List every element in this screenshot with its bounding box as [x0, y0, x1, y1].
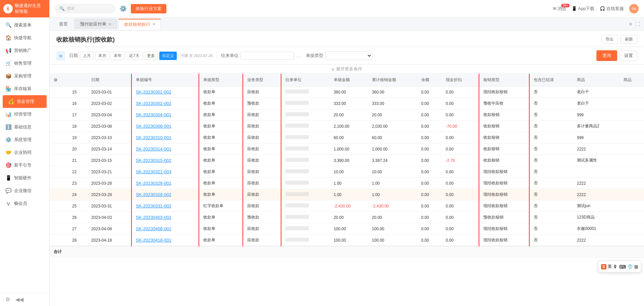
doc-no-link[interactable]: SK-20230403-002 [136, 215, 171, 220]
filter-toggle-button[interactable]: » [56, 51, 65, 61]
user-avatar[interactable]: Rit [629, 4, 639, 13]
date-btn-this-year[interactable]: 本年 [111, 52, 125, 60]
table-row[interactable]: 23 2023-03-28 SK-20230328-001 收款单 应收款 1.… [50, 178, 644, 189]
cell-settings [50, 200, 68, 212]
message-count: 99+ [561, 4, 570, 7]
cell-goods2 [620, 86, 644, 98]
col-amount: 单据金额 [330, 74, 368, 86]
doc-type-select[interactable] [325, 51, 372, 60]
cell-discount: 0.00 [442, 109, 479, 121]
date-btn-last-month[interactable]: 上月 [80, 52, 94, 60]
table-row[interactable]: 15 2023-03-01 SK-20230301-002 收款单 应收款 36… [50, 86, 644, 98]
tab-collection[interactable]: 收款核销执行✕ [118, 19, 161, 29]
sidebar-item-search[interactable]: 🔍搜索菜单 [0, 19, 49, 32]
table-row[interactable]: 20 2023-03-14 SK-20230314-001 收款单 应收款 1,… [50, 143, 644, 155]
date-btn-more[interactable]: 更多 [144, 52, 158, 60]
table-row[interactable]: 25 2023-03-31 SK-20230331-002 红字收款单 应收款 … [50, 200, 644, 212]
settings-gear-icon[interactable]: ⚙️ [119, 5, 127, 12]
table-row[interactable]: 27 2023-04-08 SK-20230408-001 收款单 应收款 10… [50, 223, 644, 235]
cell-goods: 老白干 [573, 98, 620, 109]
topbar-search[interactable]: 🔍 搜索 [55, 4, 115, 13]
settings-icon[interactable]: ⚙ [5, 296, 10, 303]
cell-settings [50, 132, 68, 143]
table-row[interactable]: 21 2023-03-15 SK-20230315-002 收款单 应收款 3,… [50, 155, 644, 166]
doc-no-link[interactable]: SK-20230301-002 [136, 89, 171, 95]
sidebar-item-basic[interactable]: ℹ️基础信息 [0, 121, 49, 133]
col-settings[interactable]: ⚙ [50, 74, 68, 86]
table-row[interactable]: 16 2023-03-02 SK-20230302-002 收款单 预收款 33… [50, 98, 644, 109]
cell-cancel-type: 现结收款核销 [479, 166, 529, 178]
table-row[interactable]: 28 2023-04-18 SK-20230418-001 收款单 应收款 10… [50, 235, 644, 246]
sidebar-item-hardware[interactable]: 📱智能硬件 [0, 172, 49, 184]
tab-close-collection[interactable]: ✕ [152, 22, 155, 26]
keyboard-icon[interactable]: ⌨ [619, 264, 626, 269]
doc-no-link[interactable]: SK-20230321-003 [136, 169, 171, 174]
sidebar-item-member[interactable]: V畅会员 [0, 197, 49, 210]
message-icon: ✉ [553, 6, 556, 11]
doc-no-link[interactable]: SK-20230328-002 [136, 192, 171, 197]
maximize-icon[interactable]: ⛶ [635, 21, 640, 27]
tab-close-advance[interactable]: ✕ [108, 22, 111, 26]
doc-type-filter-group: 单据类型 [306, 51, 372, 60]
shirt-icon[interactable]: 👕 [627, 264, 633, 269]
cell-num: 17 [68, 109, 87, 121]
table-row[interactable]: 22 2023-03-21 SK-20230321-003 收款单 应收款 10… [50, 166, 644, 178]
mic-icon[interactable]: 🎙 [613, 264, 618, 269]
sidebar-item-system[interactable]: ⚙️系统管理 [0, 133, 49, 146]
sidebar-item-company[interactable]: 🤝企业协同 [0, 146, 49, 159]
sidebar-item-sales[interactable]: 🛒销售管理 [0, 57, 49, 70]
sidebar-item-guide[interactable]: 🎯新手引导 [0, 159, 49, 172]
setting-button[interactable]: 设置 [620, 50, 637, 61]
online-service[interactable]: 🎧 在线客服 [600, 6, 624, 12]
cell-include-settled: 否 [529, 121, 573, 132]
doc-no-link[interactable]: SK-20230315-002 [136, 158, 171, 163]
tab-home[interactable]: 首页 [54, 21, 73, 27]
date-btn-7days[interactable]: 近7天 [126, 52, 143, 60]
col-balance: 余额 [417, 74, 442, 86]
doc-no-link[interactable]: SK-20230418-001 [136, 238, 171, 243]
solution-button[interactable]: 体验行业方案 [131, 4, 166, 13]
query-button[interactable]: 查询 [596, 50, 617, 61]
tab-advance[interactable]: 预付款应付单✕ [74, 19, 117, 29]
doc-no-link[interactable]: SK-20230304-001 [136, 112, 171, 117]
doc-no-link[interactable]: SK-20230328-001 [136, 181, 171, 186]
sidebar-item-inventory[interactable]: 🏪库存核算 [0, 82, 49, 95]
cell-biz-type: 应收款 [243, 178, 281, 189]
eng-label[interactable]: 英 [608, 264, 612, 269]
close-window-icon[interactable]: ✕ [629, 21, 633, 27]
collapse-icon[interactable]: ◀◀ [15, 296, 23, 303]
doc-no-link[interactable]: SK-20230302-002 [136, 101, 171, 106]
doc-no-link[interactable]: SK-20230331-002 [136, 203, 171, 208]
message-badge[interactable]: ✉ 消息 99+ [553, 6, 567, 12]
cell-doc-no: SK-20230301-002 [131, 86, 199, 98]
cell-cancel-type: 现结收款核销 [479, 200, 529, 212]
app-download[interactable]: 📱 App下载 [572, 6, 594, 12]
sidebar-item-quick[interactable]: 🏠快捷导航 [0, 32, 49, 44]
doc-no-link[interactable]: SK-20230308-001 [136, 124, 171, 129]
table-row[interactable]: 19 2023-03-10 SK-20230310-001 收款单 应收款 60… [50, 132, 644, 143]
table-row[interactable]: 18 2023-03-08 SK-20230308-001 收款单 应收款 2,… [50, 121, 644, 132]
refresh-button[interactable]: 刷新 [621, 35, 637, 44]
export-button[interactable]: 导出 [601, 35, 618, 44]
date-btn-this-month[interactable]: 本月 [95, 52, 109, 60]
cell-num: 19 [68, 132, 87, 143]
sidebar-item-purchase[interactable]: 📦采购管理 [0, 70, 49, 82]
cell-biz-type: 应收款 [243, 132, 281, 143]
date-custom-button[interactable]: 自定义 [159, 52, 177, 60]
table-row[interactable]: 24 2023-03-28 SK-20230328-002 收款单 应收款 1.… [50, 189, 644, 200]
column-settings-icon[interactable]: ⚙ [54, 77, 58, 82]
expand-more-button[interactable]: ∨ 展开更多条件 [331, 66, 362, 72]
sidebar-label-company: 企业协同 [14, 149, 32, 156]
grid-icon[interactable]: ⊞ [634, 264, 638, 269]
sidebar-item-wecom[interactable]: 💬企业微信 [0, 184, 49, 197]
sidebar-item-finance[interactable]: 💰资金管理 [3, 95, 47, 108]
partner-input[interactable] [240, 52, 294, 60]
doc-no-link[interactable]: SK-20230310-001 [136, 135, 171, 140]
cell-amount: -2,430.00 [330, 200, 368, 212]
table-row[interactable]: 26 2023-04-03 SK-20230403-002 收款单 预收款 20… [50, 212, 644, 223]
doc-no-link[interactable]: SK-20230408-001 [136, 226, 171, 231]
sidebar-item-marketing[interactable]: 📢营销推广 [0, 44, 49, 57]
sidebar-item-operation[interactable]: 📊经营管理 [0, 108, 49, 121]
doc-no-link[interactable]: SK-20230314-001 [136, 146, 171, 151]
table-row[interactable]: 17 2023-03-04 SK-20230304-001 收款单 应收款 20… [50, 109, 644, 121]
